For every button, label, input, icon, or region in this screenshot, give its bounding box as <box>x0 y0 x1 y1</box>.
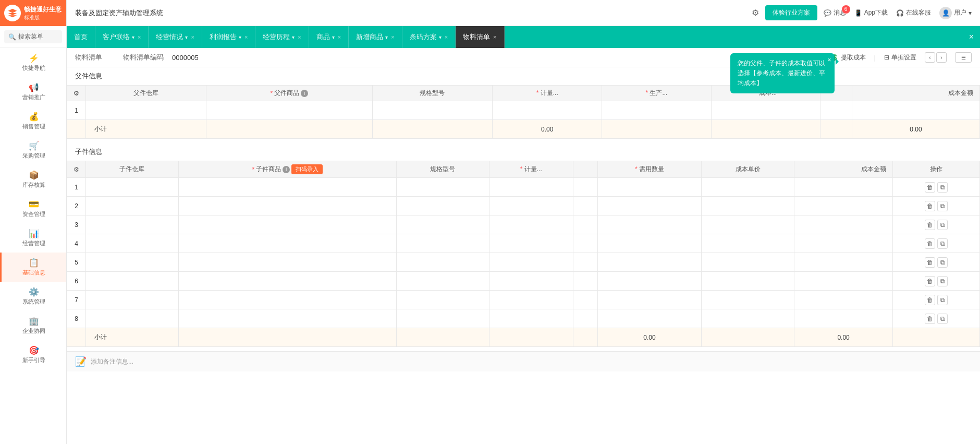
sidebar-item-enterprise[interactable]: 🏢 企业协同 <box>0 311 66 340</box>
child-spec-cell[interactable] <box>396 253 489 272</box>
child-th-settings[interactable]: ⚙ <box>67 161 86 178</box>
delete-icon[interactable]: 🗑 <box>925 257 935 268</box>
copy-icon[interactable]: ⧉ <box>937 276 948 286</box>
child-warehouse-cell[interactable] <box>86 291 179 309</box>
child-quantity-cell[interactable] <box>597 253 702 272</box>
close-icon[interactable]: × <box>191 34 194 40</box>
delete-icon[interactable]: 🗑 <box>925 182 935 193</box>
th-settings[interactable]: ⚙ <box>67 86 86 101</box>
child-warehouse-cell[interactable] <box>86 309 179 328</box>
note-icon[interactable]: 📝 <box>75 356 87 367</box>
prev-button[interactable]: ‹ <box>925 52 935 63</box>
delete-icon[interactable]: 🗑 <box>925 201 935 211</box>
child-unit-cost-cell[interactable] <box>702 272 794 291</box>
sidebar-item-system[interactable]: ⚙️ 系统管理 <box>0 282 66 311</box>
tab-operations-status[interactable]: 经营情况 ▾ × <box>149 26 202 48</box>
child-goods-cell[interactable] <box>178 197 396 215</box>
copy-icon[interactable]: ⧉ <box>937 314 948 324</box>
child-warehouse-cell[interactable] <box>86 215 179 234</box>
tooltip-close-button[interactable]: × <box>828 55 831 65</box>
trial-button[interactable]: 体验行业方案 <box>765 5 817 20</box>
child-goods-cell[interactable] <box>178 291 396 309</box>
child-warehouse-cell[interactable] <box>86 197 179 215</box>
child-unit-cost-cell[interactable] <box>702 215 794 234</box>
close-icon[interactable]: × <box>493 34 496 40</box>
single-setting-action[interactable]: ⊟ 单据设置 <box>884 53 916 62</box>
delete-icon[interactable]: 🗑 <box>925 314 935 324</box>
child-quantity-cell[interactable] <box>597 291 702 309</box>
sidebar-item-quick-nav[interactable]: ⚡ 快捷导航 <box>0 48 66 77</box>
child-unit-cell[interactable] <box>489 291 573 309</box>
breadcrumb-bom[interactable]: 物料清单 <box>75 53 102 62</box>
copy-icon[interactable]: ⧉ <box>937 201 948 211</box>
child-quantity-cell[interactable] <box>597 272 702 291</box>
child-spec-cell[interactable] <box>396 291 489 309</box>
gear-icon[interactable]: ⚙ <box>752 8 759 18</box>
sidebar-item-sales[interactable]: 💰 销售管理 <box>0 106 66 136</box>
child-unit-cell[interactable] <box>489 309 573 328</box>
parent-goods-cell[interactable] <box>206 101 372 120</box>
child-warehouse-cell[interactable] <box>86 253 179 272</box>
copy-icon[interactable]: ⧉ <box>937 295 948 305</box>
child-spec-cell[interactable] <box>396 197 489 215</box>
child-goods-cell[interactable] <box>178 253 396 272</box>
delete-icon[interactable]: 🗑 <box>925 220 935 230</box>
child-goods-cell[interactable] <box>178 178 396 197</box>
sidebar-item-basic-info[interactable]: 📋 基础信息 <box>0 253 66 282</box>
child-goods-cell[interactable] <box>178 309 396 328</box>
delete-icon[interactable]: 🗑 <box>925 238 935 249</box>
delete-icon[interactable]: 🗑 <box>925 276 935 286</box>
message-button[interactable]: 💬 消息 6 <box>824 8 846 17</box>
next-button[interactable]: › <box>936 52 947 63</box>
copy-icon[interactable]: ⧉ <box>937 220 948 230</box>
close-icon[interactable]: × <box>298 34 301 40</box>
child-quantity-cell[interactable] <box>597 309 702 328</box>
child-goods-cell[interactable] <box>178 215 396 234</box>
parent-cost-cell[interactable] <box>711 101 820 120</box>
list-view-button[interactable]: ☰ <box>955 52 972 63</box>
child-unit-cost-cell[interactable] <box>702 178 794 197</box>
child-spec-cell[interactable] <box>396 234 489 253</box>
child-unit-cell[interactable] <box>489 234 573 253</box>
sidebar-item-operations[interactable]: 📊 经营管理 <box>0 223 66 253</box>
child-unit-cell[interactable] <box>489 253 573 272</box>
app-download-button[interactable]: 📱 App下载 <box>854 8 888 17</box>
sidebar-item-marketing[interactable]: 📢 营销推广 <box>0 77 66 106</box>
child-goods-cell[interactable] <box>178 234 396 253</box>
scan-button[interactable]: 扫码录入 <box>291 164 323 174</box>
copy-icon[interactable]: ⧉ <box>937 238 948 249</box>
tab-goods[interactable]: 商品 ▾ × <box>309 26 349 48</box>
online-service-button[interactable]: 🎧 在线客服 <box>896 8 931 17</box>
delete-icon[interactable]: 🗑 <box>925 295 935 305</box>
close-icon[interactable]: × <box>138 34 141 40</box>
sidebar-search-bar[interactable]: 🔍 搜索菜单 <box>0 26 66 48</box>
sidebar-item-inventory[interactable]: 📦 库存核算 <box>0 165 66 194</box>
tab-home[interactable]: 首页 <box>67 26 95 48</box>
parent-warehouse-cell[interactable] <box>86 101 206 120</box>
child-warehouse-cell[interactable] <box>86 272 179 291</box>
copy-icon[interactable]: ⧉ <box>937 182 948 193</box>
child-quantity-cell[interactable] <box>597 178 702 197</box>
sidebar-item-newbie[interactable]: 🎯 新手引导 <box>0 340 66 369</box>
child-spec-cell[interactable] <box>396 272 489 291</box>
tab-new-goods[interactable]: 新增商品 ▾ × <box>349 26 402 48</box>
tab-barcode[interactable]: 条码方案 ▾ × <box>402 26 456 48</box>
parent-spec-cell[interactable] <box>372 101 493 120</box>
child-quantity-cell[interactable] <box>597 234 702 253</box>
child-unit-cell[interactable] <box>489 272 573 291</box>
nav-close-all-button[interactable]: × <box>967 30 976 44</box>
info-icon[interactable]: i <box>283 166 290 173</box>
child-quantity-cell[interactable] <box>597 215 702 234</box>
info-icon[interactable]: i <box>301 90 308 97</box>
child-warehouse-cell[interactable] <box>86 178 179 197</box>
child-goods-cell[interactable] <box>178 272 396 291</box>
copy-icon[interactable]: ⧉ <box>937 257 948 268</box>
child-unit-cell[interactable] <box>489 215 573 234</box>
child-unit-cost-cell[interactable] <box>702 253 794 272</box>
close-icon[interactable]: × <box>338 34 341 40</box>
child-unit-cell[interactable] <box>489 197 573 215</box>
tab-bom[interactable]: 物料清单 × <box>456 26 504 48</box>
child-quantity-cell[interactable] <box>597 197 702 215</box>
child-unit-cost-cell[interactable] <box>702 291 794 309</box>
tab-biz-history[interactable]: 经营历程 ▾ × <box>255 26 309 48</box>
